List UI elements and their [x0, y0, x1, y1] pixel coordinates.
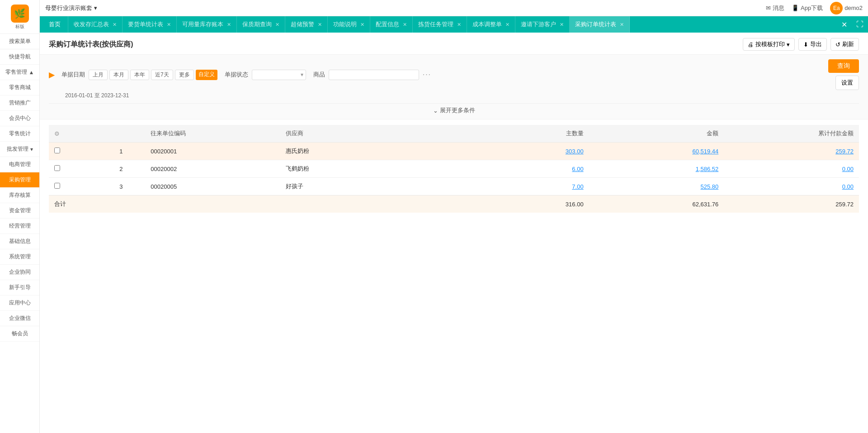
amount-link-1[interactable]: 60,519.44 — [692, 148, 718, 155]
tab-cost-adjust-close-icon[interactable]: ✕ — [505, 22, 509, 28]
row-checkbox-1[interactable] — [54, 148, 60, 153]
export-button[interactable]: ⬇ 导出 — [798, 38, 827, 51]
shortcut-more[interactable]: 更多 — [175, 70, 194, 80]
row-checkbox-2[interactable] — [54, 165, 60, 171]
td-qty-1[interactable]: 303.00 — [473, 143, 589, 160]
sidebar-item-collab[interactable]: 企业协同 — [0, 265, 39, 280]
custom-date-badge[interactable]: 自定义 — [196, 70, 217, 80]
goods-filter-label: 商品 — [313, 71, 325, 79]
tab-purchase-order-stat[interactable]: 采购订单统计表 ✕ — [570, 16, 630, 33]
tab-over-stock-warning-close-icon[interactable]: ✕ — [318, 22, 322, 28]
sidebar-item-ecommerce[interactable]: 电商管理 — [0, 157, 39, 172]
tab-expiry-query-close-icon[interactable]: ✕ — [275, 22, 279, 28]
td-amount-2[interactable]: 1,586.52 — [589, 160, 724, 178]
template-print-button[interactable]: 🖨 按模板打印 ▾ — [743, 38, 795, 51]
avatar: Ea — [830, 2, 843, 14]
workspace-selector[interactable]: 母婴行业演示账套 ▾ — [45, 4, 97, 12]
user-profile-button[interactable]: Ea demo2 — [830, 2, 863, 14]
td-paid-2[interactable]: 0.00 — [724, 160, 859, 178]
tab-invite-downstream-close-icon[interactable]: ✕ — [560, 22, 564, 28]
expand-more-button[interactable]: ⌄ 展开更多条件 — [49, 103, 859, 114]
settings-button[interactable]: 设置 — [835, 76, 859, 90]
sidebar-item-retail[interactable]: 零售管理 ▲ — [0, 65, 39, 80]
td-amount-1[interactable]: 60,519.44 — [589, 143, 724, 160]
filter-expand-icon[interactable]: ▶ — [49, 71, 54, 79]
sidebar-item-member[interactable]: 会员中心 — [0, 111, 39, 126]
qty-link-2[interactable]: 6.00 — [572, 166, 583, 172]
tab-config-info[interactable]: 配置信息 ✕ — [370, 16, 413, 33]
sidebar-item-retail-mall[interactable]: 零售商城 — [0, 80, 39, 95]
paid-link-1[interactable]: 259.72 — [835, 148, 854, 155]
td-qty-2[interactable]: 6.00 — [473, 160, 589, 178]
td-checkbox-3[interactable] — [49, 178, 97, 195]
td-code-3: 00020005 — [145, 178, 280, 195]
date-range-text: 2016-01-01 至 2023-12-31 — [65, 92, 129, 99]
td-paid-3[interactable]: 0.00 — [724, 178, 859, 195]
td-paid-1[interactable]: 259.72 — [724, 143, 859, 160]
app-download-button[interactable]: 📱 App下载 — [792, 4, 823, 12]
th-code: 往来单位编码 — [145, 125, 280, 143]
shortcut-this-year[interactable]: 本年 — [130, 70, 149, 80]
th-no — [97, 125, 146, 143]
shortcut-this-month[interactable]: 本月 — [109, 70, 128, 80]
table-header-row: ⚙ 往来单位编码 供应商 主数量 金额 累计付款金额 — [49, 125, 859, 143]
sidebar-item-wechat[interactable]: 企业微信 — [0, 311, 39, 326]
row-checkbox-3[interactable] — [54, 183, 60, 189]
tab-available-stock-close-icon[interactable]: ✕ — [227, 22, 231, 28]
tab-invite-downstream[interactable]: 邀请下游客户 ✕ — [515, 16, 570, 33]
td-qty-3[interactable]: 7.00 — [473, 178, 589, 195]
close-all-tabs-icon[interactable]: ✕ — [839, 20, 850, 29]
sidebar-item-system[interactable]: 系统管理 — [0, 249, 39, 265]
tab-collect-send-close-icon[interactable]: ✕ — [113, 22, 117, 28]
sidebar-item-basic[interactable]: 基础信息 — [0, 234, 39, 249]
page-header: 采购订单统计表(按供应商) 🖨 按模板打印 ▾ ⬇ 导出 ↺ 刷新 — [40, 33, 868, 55]
shortcut-7days[interactable]: 近7天 — [151, 70, 173, 80]
qty-link-1[interactable]: 303.00 — [566, 148, 584, 155]
goods-input[interactable] — [329, 70, 419, 80]
query-button[interactable]: 查询 — [828, 59, 859, 73]
tab-pick-task-close-icon[interactable]: ✕ — [457, 22, 461, 28]
amount-link-3[interactable]: 525.80 — [701, 183, 719, 190]
tab-purchase-order-stat-close-icon[interactable]: ✕ — [620, 22, 624, 28]
shortcut-last-month[interactable]: 上月 — [89, 70, 108, 80]
goods-more-icon[interactable]: ··· — [423, 71, 431, 79]
tab-pick-task[interactable]: 拣货任务管理 ✕ — [413, 16, 467, 33]
sidebar-item-quick-nav[interactable]: 快捷导航 — [0, 49, 39, 65]
amount-link-2[interactable]: 1,586.52 — [696, 166, 719, 172]
qty-link-3[interactable]: 7.00 — [572, 183, 583, 190]
td-amount-3[interactable]: 525.80 — [589, 178, 724, 195]
sidebar-item-purchase[interactable]: 采购管理 — [0, 172, 39, 188]
tab-requisition-stat[interactable]: 要货单统计表 ✕ — [123, 16, 177, 33]
sidebar-item-finance[interactable]: 资金管理 — [0, 203, 39, 219]
tab-expiry-query[interactable]: 保质期查询 ✕ — [237, 16, 285, 33]
search-menu-button[interactable]: 搜索菜单 — [0, 34, 39, 49]
status-select[interactable] — [252, 70, 306, 80]
expand-tabs-icon[interactable]: ⛶ — [854, 20, 866, 29]
tab-requisition-stat-label: 要货单统计表 — [128, 20, 163, 29]
tab-cost-adjust[interactable]: 成本调整单 ✕ — [467, 16, 515, 33]
td-checkbox[interactable] — [49, 143, 97, 160]
tab-over-stock-warning[interactable]: 超储预警 ✕ — [285, 16, 328, 33]
sidebar-item-inventory[interactable]: 库存核算 — [0, 188, 39, 203]
td-checkbox-2[interactable] — [49, 160, 97, 178]
message-button[interactable]: ✉ 消息 — [766, 4, 784, 12]
paid-link-3[interactable]: 0.00 — [842, 183, 854, 190]
user-name: demo2 — [844, 5, 863, 11]
paid-link-2[interactable]: 0.00 — [842, 166, 854, 172]
tab-requisition-stat-close-icon[interactable]: ✕ — [167, 22, 171, 28]
sidebar-item-ops[interactable]: 经营管理 — [0, 219, 39, 234]
sidebar-item-vip[interactable]: 畅会员 — [0, 326, 39, 342]
sidebar-item-wholesale[interactable]: 批发管理 ▾ — [0, 142, 39, 157]
sidebar-item-retail-stat[interactable]: 零售统计 — [0, 126, 39, 142]
sidebar-item-marketing[interactable]: 营销推广 — [0, 95, 39, 111]
tab-available-stock[interactable]: 可用量库存账本 ✕ — [177, 16, 237, 33]
refresh-button[interactable]: ↺ 刷新 — [830, 38, 859, 51]
tab-config-info-close-icon[interactable]: ✕ — [403, 22, 407, 28]
tab-function-desc[interactable]: 功能说明 ✕ — [328, 16, 370, 33]
sidebar-item-newbie[interactable]: 新手引导 — [0, 280, 39, 295]
tab-collect-send[interactable]: 收发存汇总表 ✕ — [68, 16, 123, 33]
tab-home[interactable]: 首页 — [42, 16, 68, 33]
sidebar-item-app-center[interactable]: 应用中心 — [0, 295, 39, 311]
tab-function-desc-close-icon[interactable]: ✕ — [360, 22, 364, 28]
column-settings-icon[interactable]: ⚙ — [54, 130, 60, 137]
